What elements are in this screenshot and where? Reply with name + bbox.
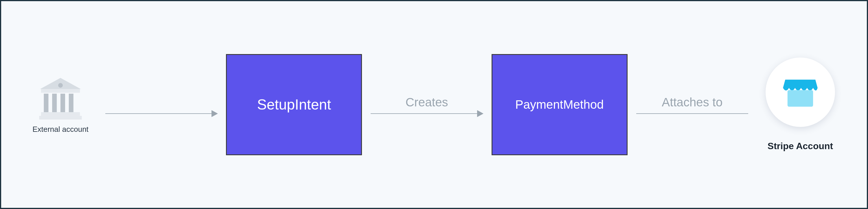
svg-rect-7 — [41, 112, 80, 116]
arrow-label: Attaches to — [662, 95, 722, 110]
svg-rect-3 — [44, 94, 48, 112]
arrow-pm-to-stripe: Attaches to — [636, 95, 748, 114]
svg-rect-9 — [787, 90, 813, 107]
setup-intent-box: SetupIntent — [226, 54, 362, 155]
diagram-frame: External account SetupIntent Creates Pay… — [0, 0, 868, 209]
svg-rect-5 — [60, 94, 65, 112]
bank-icon — [37, 75, 84, 121]
arrow-ext-to-setup — [105, 95, 217, 114]
arrow-line-icon — [636, 113, 748, 114]
stripe-account-label: Stripe Account — [768, 141, 833, 151]
stripe-account-node: Stripe Account — [757, 58, 844, 151]
arrow-line-icon — [371, 113, 483, 114]
arrow-line-icon — [105, 113, 217, 114]
payment-method-label: PaymentMethod — [515, 98, 604, 112]
storefront-icon — [781, 73, 819, 112]
svg-rect-8 — [39, 116, 82, 120]
svg-rect-6 — [69, 94, 73, 112]
svg-rect-4 — [52, 94, 57, 112]
payment-method-box: PaymentMethod — [492, 54, 627, 155]
arrow-label: Creates — [405, 95, 448, 110]
svg-point-1 — [58, 83, 63, 88]
diagram-row: External account SetupIntent Creates Pay… — [24, 54, 844, 155]
stripe-account-circle — [766, 58, 835, 127]
external-account-label: External account — [32, 125, 89, 134]
arrow-setup-to-pm: Creates — [371, 95, 483, 114]
setup-intent-label: SetupIntent — [257, 96, 331, 113]
external-account-node: External account — [24, 75, 97, 134]
svg-rect-2 — [41, 89, 80, 93]
